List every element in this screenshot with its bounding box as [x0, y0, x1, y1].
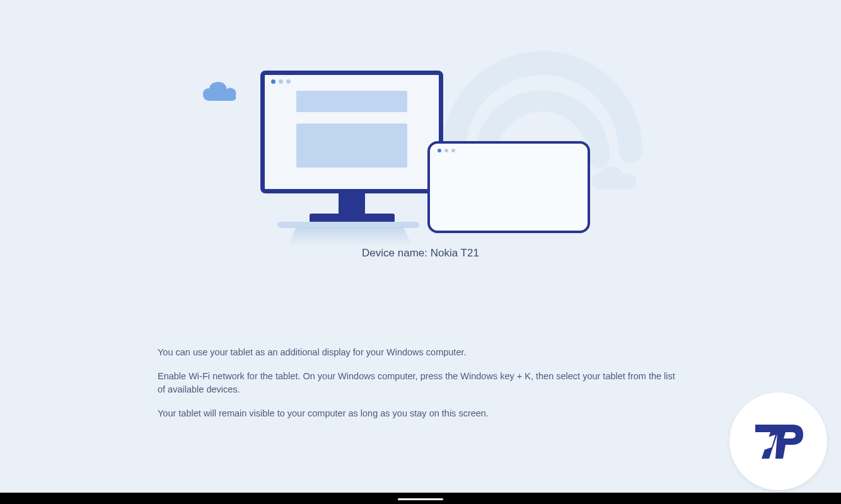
- nav-handle[interactable]: [398, 498, 443, 500]
- monitor-screen: [260, 71, 443, 193]
- content-placeholder: [296, 123, 407, 168]
- cloud-icon: [200, 81, 240, 106]
- monitor-illustration: [260, 71, 443, 222]
- monitor-titlebar: [265, 75, 439, 88]
- tablet-illustration: [427, 141, 590, 233]
- brand-logo-badge: [729, 392, 827, 490]
- reflection-illustration: [287, 227, 413, 247]
- instructions-block: You can use your tablet as an additional…: [158, 346, 683, 431]
- instruction-text: You can use your tablet as an additional…: [158, 346, 683, 359]
- illustration-container: [0, 0, 841, 258]
- tablet-titlebar: [430, 144, 588, 154]
- brand-logo-icon: [750, 420, 807, 464]
- monitor-stand-base: [310, 214, 395, 222]
- window-control-dot: [444, 149, 448, 152]
- monitor-stand-neck: [339, 193, 365, 214]
- content-placeholder: [296, 91, 407, 112]
- instruction-text: Enable Wi-Fi network for the tablet. On …: [158, 370, 683, 396]
- cloud-icon-light: [589, 164, 640, 194]
- window-control-dot: [438, 149, 441, 152]
- window-control-dot: [279, 79, 283, 84]
- instruction-text: Your tablet will remain visible to your …: [158, 407, 683, 420]
- system-nav-bar: [0, 493, 841, 504]
- window-control-dot: [451, 149, 455, 152]
- window-control-dot: [286, 79, 291, 84]
- window-control-dot: [271, 79, 276, 84]
- device-name-label: Device name: Nokia T21: [0, 247, 841, 260]
